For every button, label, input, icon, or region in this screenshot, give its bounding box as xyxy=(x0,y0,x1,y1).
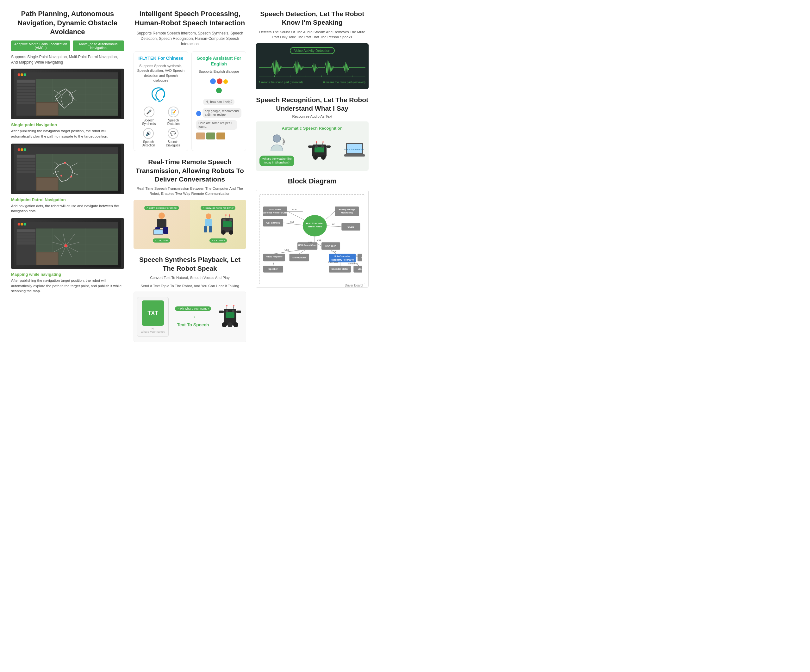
svg-text:Microphone: Microphone xyxy=(293,256,306,259)
svg-point-114 xyxy=(233,322,238,327)
svg-point-51 xyxy=(71,175,73,177)
single-nav-desc: After publishing the navigation target p… xyxy=(11,128,124,139)
svg-rect-11 xyxy=(17,96,35,98)
svg-rect-7 xyxy=(17,84,35,86)
svg-rect-38 xyxy=(17,165,35,167)
speech-synth-section: Speech Synthesis Playback, Let The Robot… xyxy=(133,255,246,342)
svg-rect-35 xyxy=(17,155,35,157)
svg-text:USB HUB: USB HUB xyxy=(326,245,337,248)
speech-icons-2: 🔊 Speech Detection 💬 Speech Dialogues xyxy=(137,128,186,147)
svg-text:Host Controller: Host Controller xyxy=(306,222,323,224)
speech-icons: 🎤 Speech Synthesis 📝 Speech Dictation xyxy=(137,106,186,126)
svg-rect-67 xyxy=(17,239,35,242)
svg-point-101 xyxy=(230,219,232,221)
svg-rect-120 xyxy=(236,310,241,313)
svg-rect-61 xyxy=(21,223,24,226)
svg-point-144 xyxy=(322,141,324,143)
google-dot-yellow xyxy=(223,79,228,84)
speech-dict-icon: 📝 Speech Dictation xyxy=(162,106,186,126)
svg-rect-89 xyxy=(157,219,166,228)
synth-desc1: Convert Text To Natural, Smooth Vocals A… xyxy=(133,275,246,280)
left-column: Path Planning, Autonomous Navigation, Dy… xyxy=(6,6,129,345)
iflytek-card: IFLYTEK For Chinese Supports Speech synt… xyxy=(133,51,188,152)
svg-rect-1 xyxy=(17,72,118,79)
svg-rect-37 xyxy=(17,162,35,164)
svg-text:What's the weather...: What's the weather... xyxy=(344,148,365,151)
svg-point-85 xyxy=(64,244,68,247)
synth-demo: TXT Hi What's your name? ✓ Hi! What's yo… xyxy=(133,291,246,342)
svg-text:I²C: I²C xyxy=(332,223,335,226)
svg-rect-146 xyxy=(327,145,331,148)
synth-circle: 🎤 xyxy=(143,106,154,117)
svg-point-106 xyxy=(225,214,226,216)
svg-rect-119 xyxy=(219,310,224,313)
waveform-svg xyxy=(259,57,365,79)
svg-rect-2 xyxy=(18,74,20,76)
svg-text:IMU: IMU xyxy=(361,256,362,259)
mid-column: Intelligent Speech Processing, Human-Rob… xyxy=(129,6,251,345)
google-dot-red xyxy=(217,78,223,84)
asr-demo: Automatic Speech Recognition What's the … xyxy=(256,121,369,170)
movebase-button[interactable]: Move_base Autonomous Navigation xyxy=(73,40,124,51)
speech-cards-container: IFLYTEK For Chinese Supports Speech synt… xyxy=(133,51,246,152)
amcl-button[interactable]: Adaptive Monte Carlo Localization (AMCL) xyxy=(11,40,70,51)
google-card: Google Assistant For English Supports En… xyxy=(191,51,246,152)
driver-board-label: Driver Board xyxy=(344,284,364,287)
det-circle: 🔊 xyxy=(143,128,154,139)
svg-point-111 xyxy=(232,310,235,312)
svg-rect-87 xyxy=(37,253,58,265)
single-nav-label: Single-point Navigation xyxy=(11,122,124,127)
google-dot-blue xyxy=(210,78,216,84)
svg-point-50 xyxy=(64,162,66,163)
svg-text:Speaker: Speaker xyxy=(268,268,278,270)
svg-rect-32 xyxy=(21,148,24,151)
svg-rect-12 xyxy=(17,99,35,101)
iflytek-logo xyxy=(150,86,172,103)
svg-rect-8 xyxy=(17,87,35,89)
speech-section-title: Intelligent Speech Processing, Human-Rob… xyxy=(133,10,246,27)
det-label: Speech Detection xyxy=(142,140,155,147)
multipoint-nav-label: Multipoint Patrol Navigation xyxy=(11,197,124,202)
svg-rect-66 xyxy=(17,236,35,239)
synth-desc2: Send A Text Topic To The Robot, And You … xyxy=(133,283,246,288)
svg-point-118 xyxy=(233,305,235,307)
svg-point-102 xyxy=(221,230,226,235)
svg-rect-109 xyxy=(226,312,235,318)
svg-text:Lidar: Lidar xyxy=(358,268,362,270)
nav-screenshot-3 xyxy=(11,218,124,269)
svg-rect-36 xyxy=(17,158,35,161)
svg-text:PIO PWM: PIO PWM xyxy=(328,261,338,263)
asr-person: What's the weather like today in Shenzhe… xyxy=(260,134,294,166)
svg-rect-9 xyxy=(17,90,35,93)
svg-line-166 xyxy=(283,222,303,225)
svg-rect-93 xyxy=(154,230,163,234)
hi-chat-bubble: ✓ Hi! What's your name? xyxy=(175,307,211,311)
vad-legend-left: 1 means the sound part (reserved) xyxy=(259,81,302,84)
transmission-desc: Real-Time Speech Transmission Between Th… xyxy=(133,186,246,196)
svg-rect-62 xyxy=(24,223,26,226)
svg-text:Sub-Controller: Sub-Controller xyxy=(334,255,350,258)
person-left xyxy=(150,212,173,237)
speech-recog-title: Speech Recognition, Let The Robot Unders… xyxy=(256,96,369,113)
left-title: Path Planning, Autonomous Navigation, Dy… xyxy=(11,10,124,37)
svg-point-49 xyxy=(61,175,62,177)
dia-label: Speech Dialogues xyxy=(166,140,180,147)
svg-rect-4 xyxy=(24,74,26,76)
multipoint-nav-desc: Add navigation dots, the robot will crui… xyxy=(11,203,124,214)
svg-rect-99 xyxy=(223,221,231,227)
svg-text:Audio Amplifier: Audio Amplifier xyxy=(266,256,283,258)
svg-point-112 xyxy=(228,322,233,327)
svg-text:USB: USB xyxy=(332,251,336,253)
svg-rect-30 xyxy=(17,147,118,154)
dict-circle: 📝 xyxy=(168,106,179,117)
svg-text:OLED: OLED xyxy=(348,225,355,228)
dia-circle: 💬 xyxy=(168,128,179,139)
svg-rect-136 xyxy=(314,147,324,152)
svg-rect-33 xyxy=(24,148,26,151)
google-desc: Supports English dialogue xyxy=(194,69,243,74)
svg-line-195 xyxy=(299,250,305,254)
child-robot xyxy=(201,212,235,237)
asr-content: What's the weather like today in Shenzhe… xyxy=(260,134,365,166)
svg-text:Encoder Motor: Encoder Motor xyxy=(332,268,349,270)
svg-rect-60 xyxy=(18,223,20,226)
